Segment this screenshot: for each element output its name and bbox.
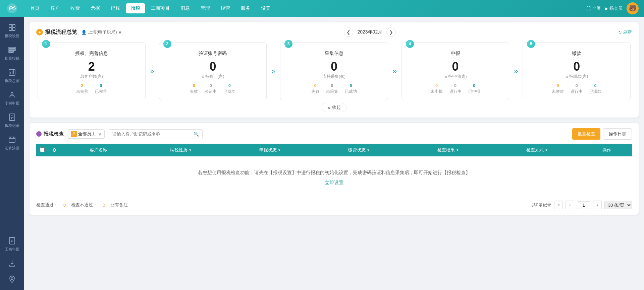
check-result-filter[interactable]: 检查结果 ▼ bbox=[437, 147, 459, 153]
select-all-checkbox[interactable] bbox=[40, 147, 45, 152]
nav-operation[interactable]: 经营 bbox=[216, 3, 235, 13]
svg-rect-3 bbox=[9, 28, 12, 30]
filter-icon-3: ▼ bbox=[367, 148, 370, 152]
sidebar-item-tax-settings[interactable]: 报税设置 bbox=[0, 19, 24, 42]
employee-filter[interactable]: 员 全部员工 ∨ bbox=[68, 129, 105, 139]
sidebar-item-reconcile[interactable]: 汇算清缴 bbox=[0, 132, 24, 154]
nav-client[interactable]: 客户 bbox=[46, 3, 64, 13]
stat-label: 失败 bbox=[190, 89, 198, 94]
nav-message[interactable]: 消息 bbox=[176, 3, 195, 13]
tax-type-filter[interactable]: 纳税性质 ▼ bbox=[170, 147, 192, 153]
nav-service[interactable]: 服务 bbox=[236, 3, 255, 13]
filter-icon-5: ▼ bbox=[545, 148, 548, 152]
sidebar-item-personal-declare[interactable]: 个税申报 bbox=[0, 87, 24, 109]
table-header: ⚙ 客户名称 纳税性质 ▼ bbox=[36, 144, 632, 156]
declare-status-filter[interactable]: 申报状态 ▼ bbox=[259, 147, 281, 153]
step-value-4: 0 bbox=[407, 59, 504, 74]
stat-label: 已成功 bbox=[345, 89, 357, 94]
col-declare-status: 申报状态 ▼ bbox=[225, 144, 315, 156]
location-badge[interactable]: 👤 上海(电子税局) ∨ bbox=[81, 29, 122, 35]
stat-label: 未采集 bbox=[326, 89, 338, 94]
prev-page-button[interactable]: ‹ bbox=[566, 201, 574, 209]
collapse-button[interactable]: ∧ 收起 bbox=[322, 103, 346, 112]
nav-invoice[interactable]: 票据 bbox=[86, 3, 105, 13]
check-method-filter[interactable]: 检查方式 ▼ bbox=[526, 147, 548, 153]
per-page-select[interactable]: 30 条/页 bbox=[604, 201, 632, 209]
nav-accounting[interactable]: 记账 bbox=[106, 3, 125, 13]
step-value-2: 0 bbox=[165, 59, 261, 74]
stat-label: 失败 bbox=[311, 89, 319, 94]
sidebar-item-tax-record[interactable]: 报税记录 bbox=[0, 109, 24, 132]
empty-state: 若您想使用报税检查功能，请先在【报税设置】中进行报税的初始化设置，完成密码验证和… bbox=[36, 156, 632, 197]
pagination: 共0条记录 « ‹ › 30 条/页 bbox=[532, 201, 632, 209]
sidebar-item-location[interactable] bbox=[3, 271, 21, 287]
stat-item-3-0: 0失败 bbox=[311, 83, 319, 94]
operation-log-button[interactable]: 操作日志 bbox=[603, 128, 632, 140]
tax-overview-icon bbox=[7, 68, 17, 77]
step-stats-2: 0失败0验证中0已成功 bbox=[165, 83, 261, 94]
setup-link[interactable]: 立即设置 bbox=[325, 180, 343, 185]
stat-label: 已申报 bbox=[468, 89, 480, 94]
total-records: 共0条记录 bbox=[532, 202, 551, 208]
nav-settings[interactable]: 设置 bbox=[256, 3, 275, 13]
prev-month-button[interactable]: ❮ bbox=[344, 27, 353, 37]
pass-count[interactable]: 0 bbox=[63, 203, 66, 208]
next-page-button[interactable]: › bbox=[593, 201, 602, 209]
stat-item-5-0: 0未缴款 bbox=[552, 83, 564, 94]
fail-count[interactable]: 0 bbox=[103, 203, 105, 208]
step-card-2[interactable]: 2验证账号密码0支持验证(家)0失败0验证中0已成功 bbox=[159, 42, 267, 100]
step-card-1[interactable]: 1授权、完善信息2总客户数(家)2未完善0已完善 bbox=[38, 42, 146, 100]
nav-home[interactable]: 首页 bbox=[25, 3, 44, 13]
pay-status-filter[interactable]: 缴费状态 ▼ bbox=[348, 147, 370, 153]
check-table-wrapper: ⚙ 客户名称 纳税性质 ▼ bbox=[36, 144, 632, 197]
sidebar-item-download[interactable] bbox=[3, 255, 21, 271]
filter-icon-2: ▼ bbox=[278, 148, 281, 152]
search-input[interactable] bbox=[109, 130, 190, 139]
step-card-4[interactable]: 4申报0支持申报(家)0未申报0进行中0已申报 bbox=[401, 42, 509, 100]
employee-filter-label: 全部员工 bbox=[78, 131, 96, 137]
step-card-3[interactable]: 3采集信息0支持采集(家)0失败0未采集0已成功 bbox=[280, 42, 388, 100]
overview-title-text: 报税流程总览 bbox=[45, 29, 77, 36]
sidebar-item-batch-tax[interactable]: 批量报税 bbox=[0, 42, 24, 64]
svg-rect-4 bbox=[12, 28, 15, 30]
step-stats-5: 0未缴款0进行中0已缴款 bbox=[528, 83, 625, 94]
user-avatar[interactable]: 🐻 bbox=[627, 2, 639, 14]
settings-icon[interactable]: ⚙ bbox=[52, 147, 57, 153]
stat-val: 0 bbox=[331, 83, 333, 88]
stat-item-3-2: 0已成功 bbox=[345, 83, 357, 94]
pass-label: 检查通过： bbox=[36, 202, 58, 208]
step-card-5[interactable]: 5缴款0支持缴款(家)0未缴款0进行中0已缴款 bbox=[523, 42, 631, 100]
annual-report-label: 工商年报 bbox=[5, 247, 19, 252]
month-navigator: ❮ 2023年02月 ❯ bbox=[344, 27, 396, 37]
step-value-1: 2 bbox=[43, 59, 140, 74]
check-title: 报税检查 bbox=[36, 131, 64, 137]
first-page-button[interactable]: « bbox=[554, 201, 563, 209]
col-check-result-label: 检查结果 bbox=[437, 147, 455, 153]
batch-check-button[interactable]: 批量检查 bbox=[572, 128, 600, 140]
nav-tax[interactable]: 报税 bbox=[126, 3, 145, 13]
svg-rect-2 bbox=[12, 24, 15, 27]
client-name-filter: 客户名称 bbox=[90, 147, 107, 153]
fullscreen-button[interactable]: ⛶ 全屏 bbox=[586, 5, 601, 11]
top-right-actions: ⛶ 全屏 ▶ 畅会员 🐻 bbox=[586, 2, 639, 14]
refresh-button[interactable]: ↻ 刷新 bbox=[618, 29, 632, 35]
sidebar-item-tax-overview[interactable]: 报税总览 bbox=[0, 64, 24, 87]
nav-management[interactable]: 管理 bbox=[196, 3, 215, 13]
main-content: + 报税流程总览 👤 上海(电子税局) ∨ ❮ 2023年02月 ❯ ↻ 刷新 … bbox=[24, 17, 644, 290]
stat-label: 未缴款 bbox=[552, 89, 564, 94]
member-button[interactable]: ▶ 畅会员 bbox=[605, 5, 623, 11]
nav-business[interactable]: 工商项目 bbox=[146, 3, 174, 13]
next-month-button[interactable]: ❯ bbox=[386, 27, 396, 37]
current-month: 2023年02月 bbox=[357, 29, 382, 35]
sidebar-item-annual-report[interactable]: 工商年报 bbox=[3, 233, 21, 255]
nav-fee[interactable]: 收费 bbox=[66, 3, 85, 13]
search-button[interactable]: 🔍 bbox=[190, 130, 202, 139]
page-number-input[interactable] bbox=[577, 201, 590, 209]
stat-label: 已缴款 bbox=[589, 89, 601, 94]
tax-settings-icon bbox=[7, 23, 17, 32]
stat-label: 未完善 bbox=[76, 89, 88, 94]
stat-item-2-0: 0失败 bbox=[190, 83, 198, 94]
settings-header: ⚙ bbox=[48, 144, 60, 156]
filter-icon: ▼ bbox=[189, 148, 192, 152]
refresh-label: 刷新 bbox=[623, 29, 632, 35]
